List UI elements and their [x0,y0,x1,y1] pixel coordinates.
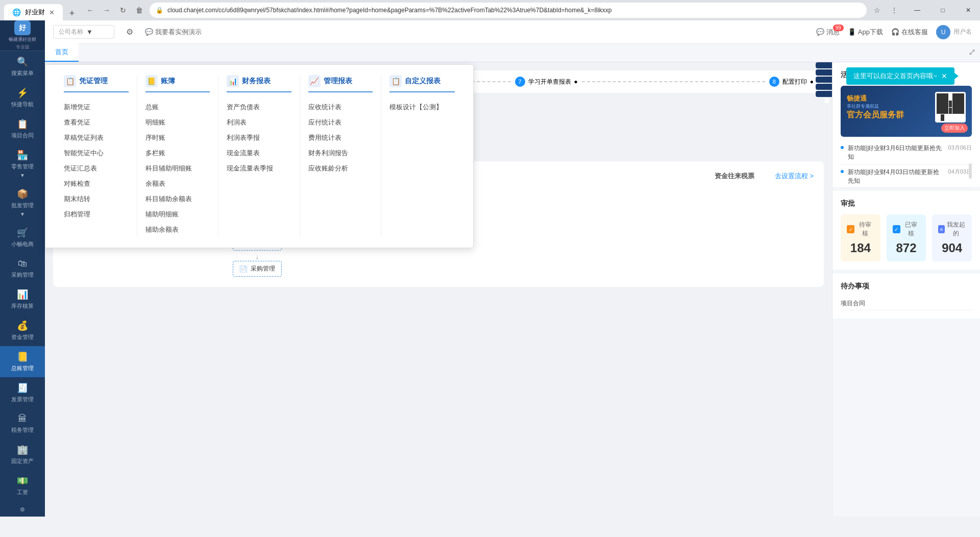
sidebar-item-wholesale[interactable]: 📦 批发管理 ▼ [0,183,45,222]
close-btn[interactable]: ✕ [957,2,980,18]
menu-item-template-design[interactable]: 模板设计【公测】 [389,100,455,115]
menu-item-expense-stats[interactable]: 费用统计表 [308,130,373,145]
scrollbar-indicator [969,163,972,179]
menu-item-archive[interactable]: 归档管理 [64,207,129,222]
new-tab-btn[interactable]: + [65,6,79,20]
sidebar-item-label: 搜索菜单 [11,69,34,77]
join-btn[interactable]: 立即加入 [941,124,968,133]
news-item-2[interactable]: 新功能|好业财4月03日功能更新抢先知 04月03日 [841,165,972,189]
menu-item-income[interactable]: 利润表 [227,115,291,130]
sidebar-item-quick-nav[interactable]: ⚡ 快捷导航 [0,82,45,113]
wf-box-purchase[interactable]: 📄 采购管理 [233,261,282,277]
sidebar-item-project[interactable]: 📋 项目合同 [0,113,45,144]
sidebar-item-funds[interactable]: 💰 资金管理 [0,315,45,346]
sidebar-item-inventory[interactable]: 📊 库存核算 [0,284,45,315]
menu-item-detail-ledger[interactable]: 明细账 [145,115,210,130]
action-btn-help[interactable]: 帮助中心 [816,69,832,76]
browser-tab[interactable]: 🌐 好业财 ✕ [4,4,63,20]
financial-title-text: 财务报表 [242,77,271,86]
action-btn-hotline[interactable]: 客服热线 [816,77,832,83]
delete-btn[interactable]: 🗑 [132,3,146,17]
cast-btn[interactable]: ⋮ [887,3,901,17]
app-download-btn[interactable]: 📱 App下载 [848,28,883,37]
sidebar-item-payroll[interactable]: 💵 工资 [0,470,45,501]
menu-item-balance-sheet[interactable]: 资产负债表 [227,100,291,115]
sidebar-item-retail[interactable]: 🏪 零售管理 ▼ [0,144,45,183]
refresh-btn[interactable]: ↻ [116,3,130,17]
sidebar-item-label: 税务管理 [11,426,34,434]
sidebar-item-general-ledger[interactable]: 📒 总账管理 [0,346,45,377]
tab-home[interactable]: 首页 [45,43,79,62]
messages-icon: 💬 [816,28,824,36]
menu-item-balance[interactable]: 余额表 [145,176,210,191]
setup-flow-link[interactable]: 去设置流程 > [775,172,814,181]
maximize-btn[interactable]: □ [931,2,954,18]
action-btn-community[interactable]: 服务社区 [816,84,832,90]
user-profile-btn[interactable]: U 用户名 [936,25,972,39]
menu-item-receivable-stats[interactable]: 应收统计表 [308,100,373,115]
menu-item-profit-report[interactable]: 财务利润报告 [308,145,373,161]
action-btn-home-settings[interactable]: 首页设置 [816,62,832,68]
sidebar-item-invoice[interactable]: 🧾 发票管理 [0,377,45,408]
financial-section-title: 📊 财务报表 [227,75,291,92]
menu-item-aux-balance[interactable]: 辅助余额表 [145,222,210,237]
approval-card-pending[interactable]: ✓ 待审核 184 [841,214,880,261]
demo-link[interactable]: 💬 我要看实例演示 [145,28,202,37]
sidebar-item-label: 零售管理 [11,163,34,170]
tab-close-btn[interactable]: ✕ [49,9,55,16]
menu-item-subject-detail[interactable]: 科目辅助明细账 [145,161,210,176]
menu-item-reconcile[interactable]: 对账检查 [64,176,129,191]
step-7-dot: ● [574,78,578,85]
menu-item-cashflow[interactable]: 现金流量表 [227,145,291,161]
news-item-1[interactable]: 新功能|好业财3月6日功能更新抢先知 03月06日 [841,141,972,165]
forward-btn[interactable]: → [100,3,114,17]
expand-btn[interactable]: ⤢ [964,42,980,62]
general-ledger-icon: 📒 [17,351,28,362]
online-service-btn[interactable]: 🎧 在线客服 [891,28,928,37]
menu-item-aux-detail[interactable]: 辅助明细账 [145,207,210,222]
messages-btn[interactable]: 💬 消息 99 [816,28,840,37]
menu-item-period-end[interactable]: 期末结转 [64,191,129,207]
right-panel: 活动 畅捷通 享社群专属权益 官方会员服务群 [832,62,980,517]
header-settings-btn[interactable]: ⚙ [122,25,137,39]
activity-banner[interactable]: 畅捷通 享社群专属权益 官方会员服务群 [841,86,972,137]
menu-item-chronological[interactable]: 序时账 [145,130,210,145]
menu-item-income-quarterly[interactable]: 利润表季报 [227,130,291,145]
sidebar-item-tax[interactable]: 🏛 税务管理 [0,408,45,439]
menu-item-multi-col[interactable]: 多栏账 [145,145,210,161]
sidebar-item-ecom[interactable]: 🛒 小畅电商 [0,222,45,253]
approval-card-approved[interactable]: ✓ 已审核 872 [887,214,926,261]
address-bar[interactable]: 🔒 cloud.chanjet.com/cc/u6d89qwnryel/57bf… [150,3,867,18]
menu-item-general-ledger[interactable]: 总账 [145,100,210,115]
minimize-btn[interactable]: — [905,2,929,18]
menu-item-cashflow-quarterly[interactable]: 现金流量表季报 [227,161,291,176]
project-icon: 📋 [17,118,28,130]
menu-item-smart-voucher[interactable]: 智能凭证中心 [64,145,129,161]
menu-item-aging[interactable]: 应收账龄分析 [308,161,373,176]
sidebar-item-search[interactable]: 🔍 搜索菜单 [0,51,45,82]
todo-item-project[interactable]: 项目合同 [841,297,972,310]
step-line-3 [582,81,765,82]
sidebar-bottom-settings[interactable]: ⚙ [0,501,45,518]
approval-cards: ✓ 待审核 184 ✓ 已审核 872 [841,214,972,261]
approval-card-my-init[interactable]: ≡ 我发起的 904 [932,214,972,261]
sidebar-item-fixed-assets[interactable]: 🏢 固定资产 [0,439,45,470]
ledger-section-title: 📒 账簿 [145,75,210,92]
back-btn[interactable]: ← [83,3,97,17]
menu-section-ledger: 📒 账簿 总账 明细账 序时账 多栏账 科目辅助明细账 余额表 科目辅助余额表 … [137,75,219,237]
todo-title: 待办事项 [841,282,972,291]
sidebar-item-purchase[interactable]: 🛍 采购管理 [0,253,45,284]
company-selector[interactable]: 公司名称 ▼ [53,25,114,39]
custom-title-text: 自定义报表 [405,77,440,86]
bookmark-btn[interactable]: ☆ [870,3,884,17]
menu-item-voucher-summary[interactable]: 凭证汇总表 [64,161,129,176]
menu-item-view-voucher[interactable]: 查看凭证 [64,115,129,130]
purchase-label: 采购管理 [251,264,275,273]
menu-item-payable-stats[interactable]: 应付统计表 [308,115,373,130]
menu-item-new-voucher[interactable]: 新增凭证 [64,100,129,115]
menu-item-subject-balance[interactable]: 科目辅助余额表 [145,191,210,207]
sidebar-item-label: 快捷导航 [11,101,34,108]
customize-close-btn[interactable]: ✕ [941,72,947,80]
menu-item-draft-voucher[interactable]: 草稿凭证列表 [64,130,129,145]
action-btn-desktop[interactable]: 桌面快捷 [816,91,832,97]
